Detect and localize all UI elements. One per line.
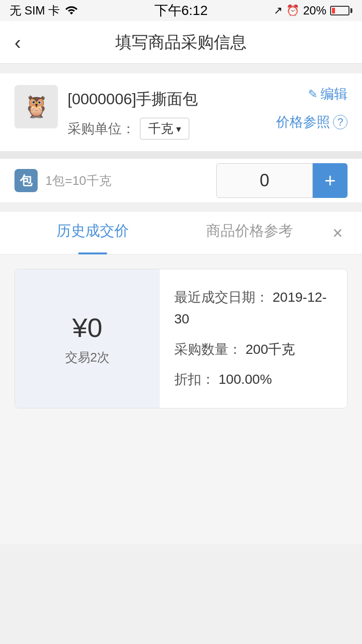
tabs-section: 历史成交价 商品价格参考 × ¥0 交易2次 最近成交日期： 2019-12-3…: [0, 212, 362, 544]
section-divider: [0, 151, 362, 159]
price-ref-button[interactable]: 价格参照 ?: [276, 113, 348, 131]
quantity-unit-badge: 包: [14, 169, 38, 192]
price-amount: ¥0: [72, 312, 102, 343]
price-card: ¥0 交易2次 最近成交日期： 2019-12-30 采购数量： 200千克 折…: [14, 269, 348, 408]
quantity-right: +: [216, 163, 348, 198]
product-image-icon: 🦉: [23, 94, 50, 119]
status-bar: 无 SIM 卡 下午6:12 ↗ ⏰ 20%: [0, 0, 362, 21]
dropdown-icon: ▾: [176, 123, 181, 135]
recent-date-row: 最近成交日期： 2019-12-30: [174, 287, 333, 330]
history-content: ¥0 交易2次 最近成交日期： 2019-12-30 采购数量： 200千克 折…: [0, 254, 362, 544]
unit-select[interactable]: 千克 ▾: [140, 118, 189, 140]
quantity-row: 包 1包=10千克 +: [0, 159, 362, 202]
edit-icon: ✎: [308, 87, 318, 101]
nav-bar: ‹ 填写商品采购信息: [0, 21, 362, 64]
tab-history-price[interactable]: 历史成交价: [14, 212, 171, 254]
price-ref-label: 价格参照: [276, 113, 330, 131]
back-button[interactable]: ‹: [14, 33, 21, 52]
product-section: 🦉 [0000006]手撕面包 采购单位： 千克 ▾ ✎ 编辑 价格参照: [0, 73, 362, 151]
edit-button[interactable]: ✎ 编辑: [308, 85, 348, 103]
tab-active-underline: [78, 252, 107, 254]
unit-value: 千克: [148, 120, 173, 137]
quantity-plus-button[interactable]: +: [313, 163, 348, 198]
discount-label: 折扣：: [174, 372, 215, 387]
discount-row: 折扣： 100.00%: [174, 369, 333, 391]
unit-label: 采购单位：: [68, 120, 135, 138]
status-bar-time: 下午6:12: [154, 1, 208, 20]
product-info: [0000006]手撕面包 采购单位： 千克 ▾: [68, 85, 198, 140]
close-button[interactable]: ×: [328, 220, 348, 247]
unit-badge-label: 包: [20, 172, 32, 189]
quantity-left: 包 1包=10千克: [14, 169, 111, 192]
location-icon: ↗: [274, 4, 282, 17]
purchase-quantity-label: 采购数量：: [174, 342, 242, 357]
battery-percent: 20%: [303, 4, 326, 17]
discount-value: 100.00%: [219, 372, 272, 387]
battery-indicator: [330, 6, 352, 15]
help-icon: ?: [333, 115, 348, 129]
recent-date-label: 最近成交日期：: [174, 290, 269, 305]
status-bar-left: 无 SIM 卡: [10, 3, 78, 18]
status-bar-right: ↗ ⏰ 20%: [274, 4, 352, 17]
price-card-right: 最近成交日期： 2019-12-30 采购数量： 200千克 折扣： 100.0…: [160, 269, 347, 408]
product-unit-row: 采购单位： 千克 ▾: [68, 118, 198, 140]
product-thumbnail: 🦉: [14, 85, 58, 128]
tabs-header: 历史成交价 商品价格参考 ×: [0, 212, 362, 254]
product-name: [0000006]手撕面包: [68, 89, 198, 110]
tab-price-reference[interactable]: 商品价格参考: [171, 212, 327, 254]
carrier-label: 无 SIM 卡: [10, 3, 60, 18]
purchase-quantity-value: 200千克: [246, 342, 295, 357]
quantity-conversion: 1包=10千克: [45, 172, 111, 189]
plus-icon: +: [324, 170, 335, 192]
quantity-input[interactable]: [216, 163, 313, 198]
alarm-icon: ⏰: [286, 4, 299, 17]
tab-history-price-label: 历史成交价: [56, 221, 129, 245]
price-transactions: 交易2次: [65, 349, 110, 366]
edit-label: 编辑: [320, 85, 348, 103]
purchase-quantity-row: 采购数量： 200千克: [174, 339, 333, 361]
product-right-col: ✎ 编辑 价格参照 ?: [276, 85, 348, 131]
page-title: 填写商品采购信息: [115, 31, 247, 54]
tab-price-reference-label: 商品价格参考: [206, 221, 293, 245]
price-card-left: ¥0 交易2次: [15, 269, 160, 408]
wifi-icon: [65, 4, 78, 17]
